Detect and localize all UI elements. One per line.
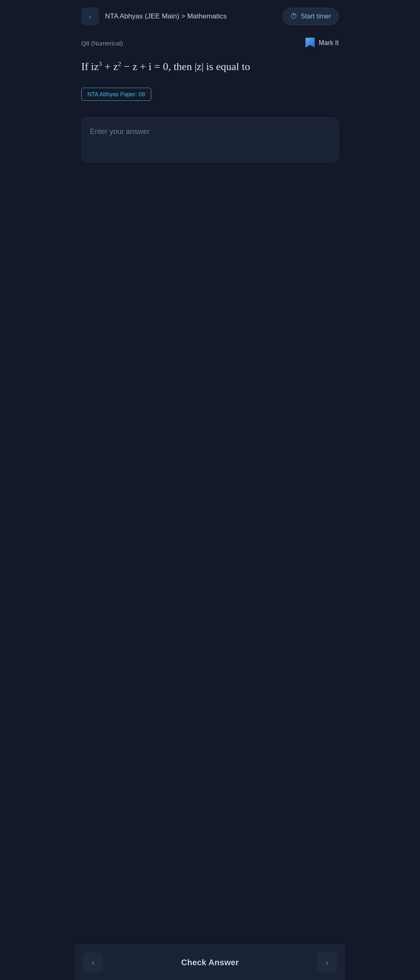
- back-button[interactable]: ‹: [81, 7, 99, 25]
- timer-icon: ⏱: [290, 12, 297, 20]
- header-title: NTA Abhyas (JEE Main) > Mathematics: [105, 12, 227, 20]
- bookmark-icon: [305, 37, 315, 49]
- question-content: If iz3 + z2 − z + i = 0, then |z| is equ…: [75, 52, 345, 84]
- question-text: If iz3 + z2 − z + i = 0, then |z| is equ…: [81, 58, 339, 75]
- question-label: Q8 (Numerical): [81, 40, 123, 47]
- mark-it-label: Mark It: [319, 39, 339, 47]
- paper-tag: NTA Abhyas Paper: 08: [81, 88, 151, 101]
- answer-area: [81, 117, 339, 162]
- prev-button[interactable]: ‹: [83, 952, 103, 973]
- check-answer-button[interactable]: Check Answer: [181, 958, 239, 967]
- question-label-row: Q8 (Numerical) Mark It: [75, 33, 345, 52]
- header: ‹ NTA Abhyas (JEE Main) > Mathematics ⏱ …: [75, 0, 345, 33]
- mark-it-button[interactable]: Mark It: [305, 37, 339, 49]
- next-icon: ›: [326, 958, 329, 967]
- timer-label: Start timer: [301, 13, 331, 20]
- check-answer-label: Check Answer: [181, 958, 239, 967]
- header-left: ‹ NTA Abhyas (JEE Main) > Mathematics: [81, 7, 227, 25]
- tag-row: NTA Abhyas Paper: 08: [75, 84, 345, 111]
- bottom-bar: ‹ Check Answer ›: [75, 944, 345, 980]
- start-timer-button[interactable]: ⏱ Start timer: [283, 8, 339, 25]
- answer-input[interactable]: [90, 127, 330, 136]
- next-button[interactable]: ›: [317, 952, 337, 973]
- back-icon: ‹: [89, 12, 91, 21]
- prev-icon: ‹: [92, 958, 95, 967]
